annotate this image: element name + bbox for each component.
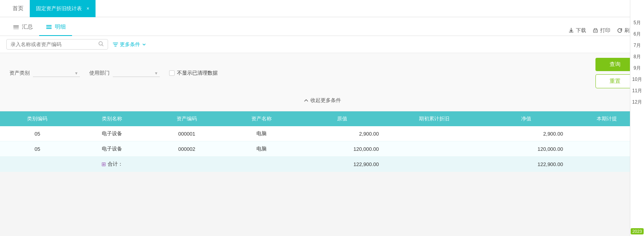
total-label-text: 合计： xyxy=(108,161,123,168)
cell-cat-code: 05 xyxy=(0,141,75,157)
svg-rect-7 xyxy=(594,31,597,31)
cell-asset-code: 000002 xyxy=(150,141,224,157)
filter-asset-category: 资产类别 ▼ xyxy=(9,69,80,77)
table-row: 05 电子设备 000002 电脑 120,000.00 120,000.00 xyxy=(0,141,644,157)
print-icon xyxy=(592,27,599,34)
th-original: 原值 xyxy=(299,111,385,126)
cell-asset-code: 000001 xyxy=(150,126,224,141)
svg-rect-3 xyxy=(46,25,52,26)
month-item[interactable]: 10月 xyxy=(632,74,642,85)
th-net-value: 净值 xyxy=(483,111,570,126)
main-layout: 汇总 明细 下载 打印 刷新 xyxy=(0,17,644,236)
total-asset-name xyxy=(224,157,299,172)
svg-rect-2 xyxy=(13,29,19,29)
filter-actions: 查询 重置 xyxy=(595,58,635,88)
table-header-row: 类别编码 类别名称 资产编码 资产名称 原值 期初累计折旧 净值 本期计提 xyxy=(0,111,644,126)
cell-acc-depr xyxy=(385,141,483,157)
table-row: 05 电子设备 000001 电脑 2,900.00 2,900.00 xyxy=(0,126,644,141)
list-icon xyxy=(45,23,52,30)
right-panel: 5月6月7月8月9月10月11月12月 2023 xyxy=(630,17,644,236)
month-item[interactable]: 9月 xyxy=(632,63,642,74)
print-button[interactable]: 打印 xyxy=(589,25,613,36)
cell-acc-depr xyxy=(385,126,483,141)
hide-cleared-checkbox[interactable]: 不显示已清理数据 xyxy=(169,70,218,77)
more-conditions-button[interactable]: 更多条件 xyxy=(113,41,146,48)
reset-button[interactable]: 重置 xyxy=(595,74,635,88)
checkbox-box xyxy=(169,70,175,76)
chevron-up-icon xyxy=(303,98,309,103)
svg-rect-5 xyxy=(46,28,52,29)
use-dept-select[interactable] xyxy=(113,69,160,77)
search-input-wrap xyxy=(6,39,108,50)
more-conditions-label: 更多条件 xyxy=(120,41,140,48)
month-item[interactable]: 6月 xyxy=(632,29,642,40)
total-label-cell: ⊞ 合计： xyxy=(0,157,224,172)
asset-category-select-wrap: ▼ xyxy=(33,69,80,77)
main-content: 汇总 明细 下载 打印 刷新 xyxy=(0,17,644,236)
cell-original: 120,000.00 xyxy=(299,141,385,157)
download-button[interactable]: 下载 xyxy=(565,25,589,36)
table-wrap: 类别编码 类别名称 资产编码 资产名称 原值 期初累计折旧 净值 本期计提 05… xyxy=(0,111,644,172)
cell-net-value: 2,900.00 xyxy=(483,126,570,141)
print-label: 打印 xyxy=(600,27,610,34)
month-item[interactable]: 5月 xyxy=(632,17,642,29)
search-bar: 更多条件 xyxy=(0,36,644,53)
year-badge[interactable]: 2023 xyxy=(631,228,643,234)
nav-home[interactable]: 首页 xyxy=(6,0,30,17)
use-dept-label: 使用部门 xyxy=(89,70,110,77)
tab-bar: 汇总 明细 下载 打印 刷新 xyxy=(0,17,644,36)
filter-panel: 资产类别 ▼ 使用部门 ▼ xyxy=(0,53,644,111)
total-row: ⊞ 合计： 122,900.00 122,900.00 xyxy=(0,157,644,172)
filter-use-dept: 使用部门 ▼ xyxy=(89,69,160,77)
search-input[interactable] xyxy=(11,41,97,47)
hide-cleared-label: 不显示已清理数据 xyxy=(177,70,218,77)
svg-rect-1 xyxy=(13,27,19,28)
use-dept-select-wrap: ▼ xyxy=(113,69,160,77)
filter-row: 资产类别 ▼ 使用部门 ▼ xyxy=(9,58,635,88)
layers-icon xyxy=(13,23,20,30)
svg-rect-4 xyxy=(46,27,52,27)
total-icon: ⊞ xyxy=(101,161,106,167)
nav-active-tab[interactable]: 固定资产折旧统计表 × xyxy=(30,0,96,17)
asset-category-label: 资产类别 xyxy=(9,70,30,77)
total-net-value: 122,900.00 xyxy=(483,157,570,172)
cell-net-value: 120,000.00 xyxy=(483,141,570,157)
download-icon xyxy=(568,27,574,34)
cell-cat-name: 电子设备 xyxy=(75,141,150,157)
month-item[interactable]: 12月 xyxy=(632,97,642,108)
svg-line-9 xyxy=(102,45,103,46)
download-label: 下载 xyxy=(576,27,586,34)
tab-detail[interactable]: 明细 xyxy=(39,19,72,36)
cell-cat-name: 电子设备 xyxy=(75,126,150,141)
nav-tabs-left: 首页 固定资产折旧统计表 × xyxy=(6,0,96,17)
top-nav: 首页 固定资产折旧统计表 × × xyxy=(0,0,644,17)
nav-tab-close-icon[interactable]: × xyxy=(87,6,89,11)
th-acc-depr: 期初累计折旧 xyxy=(385,111,483,126)
cell-original: 2,900.00 xyxy=(299,126,385,141)
th-asset-name: 资产名称 xyxy=(224,111,299,126)
cell-asset-name: 电脑 xyxy=(224,141,299,157)
filter-icon xyxy=(113,42,118,47)
total-acc-depr xyxy=(385,157,483,172)
nav-tab-label: 固定资产折旧统计表 xyxy=(36,5,82,12)
month-item[interactable]: 11月 xyxy=(632,85,642,97)
asset-category-select[interactable] xyxy=(33,69,80,77)
refresh-icon xyxy=(617,27,623,34)
th-cat-name: 类别名称 xyxy=(75,111,150,126)
th-asset-code: 资产编码 xyxy=(150,111,224,126)
month-item[interactable]: 7月 xyxy=(632,40,642,51)
total-original: 122,900.00 xyxy=(299,157,385,172)
query-button[interactable]: 查询 xyxy=(595,58,635,71)
tab-summary[interactable]: 汇总 xyxy=(6,19,39,36)
collapse-button[interactable]: 收起更多条件 xyxy=(9,95,635,106)
th-cat-code: 类别编码 xyxy=(0,111,75,126)
data-table: 类别编码 类别名称 资产编码 资产名称 原值 期初累计折旧 净值 本期计提 05… xyxy=(0,111,644,172)
cell-cat-code: 05 xyxy=(0,126,75,141)
collapse-label: 收起更多条件 xyxy=(310,97,341,104)
cell-asset-name: 电脑 xyxy=(224,126,299,141)
tab-summary-label: 汇总 xyxy=(22,23,33,30)
chevron-down-icon xyxy=(142,42,146,47)
month-item[interactable]: 8月 xyxy=(632,51,642,63)
tab-detail-label: 明细 xyxy=(55,23,66,30)
search-icon[interactable] xyxy=(98,41,104,48)
